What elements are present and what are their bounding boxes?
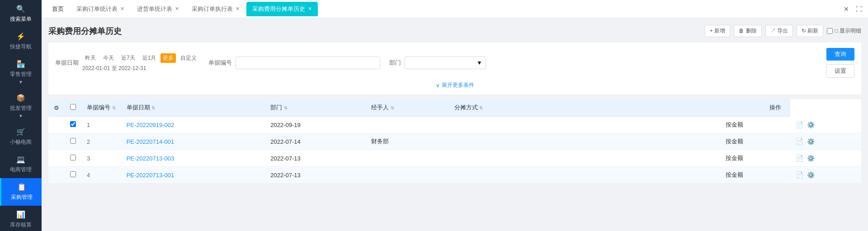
select-all-checkbox[interactable] <box>70 104 76 110</box>
sidebar-item-ecom[interactable]: 💻 电商管理 <box>0 151 42 178</box>
table-row: 1 PE-20220919-002 2022-09-19 按金额 📄 ⚙️ <box>48 117 861 133</box>
row-checkbox[interactable] <box>70 121 76 127</box>
row-number: 2 <box>81 133 121 150</box>
sidebar-item-ecom-small[interactable]: 🛒 小畅电商 <box>0 123 42 151</box>
view-icon[interactable]: 📄 <box>796 171 803 179</box>
tab-close-icon[interactable]: ✕ <box>308 6 312 12</box>
row-doc-no[interactable]: PE-20220713-001 <box>121 167 265 184</box>
row-checkbox-cell[interactable] <box>65 167 81 184</box>
tab-purchase-order-stats[interactable]: 采购订单统计表 ✕ <box>71 2 130 16</box>
sort-icon: ⇅ <box>284 105 288 110</box>
row-split-method: 按金额 <box>720 133 790 150</box>
sidebar-item-search[interactable]: 🔍 搜索菜单 <box>0 0 42 28</box>
chevron-down-icon: ▼ <box>19 80 23 85</box>
row-number: 4 <box>81 167 121 184</box>
page-header: 采购费用分摊单历史 + 新增 🗑 删除 ↗ 导出 ↻ 刷新 □ 显示明细 <box>48 25 861 37</box>
doc-no-link[interactable]: PE-20220713-003 <box>127 155 175 162</box>
lightning-icon: ⚡ <box>16 32 25 41</box>
sidebar-item-purchase[interactable]: 📋 采购管理 <box>0 178 42 206</box>
th-settings[interactable]: ⚙ <box>48 99 65 117</box>
doc-no-link[interactable]: PE-20220919-002 <box>127 122 175 128</box>
th-doc-date[interactable]: 单据日期 ⇅ <box>121 99 265 117</box>
th-dept[interactable]: 部门 ⇅ <box>265 99 366 117</box>
more-btn[interactable]: 更多 <box>160 53 176 63</box>
doc-no-link[interactable]: PE-20220714-001 <box>127 138 175 145</box>
row-actions: 📄 ⚙️ <box>790 133 861 150</box>
th-checkbox[interactable] <box>65 99 81 117</box>
search-row: 单据日期 昨天 今天 近7天 近1月 更多 自定义 2022-01-01 至 2… <box>55 48 854 78</box>
data-table: ⚙ 单据编号 ⇅ 单据日期 ⇅ 部门 ⇅ <box>48 99 861 184</box>
refresh-button[interactable]: ↻ 刷新 <box>797 25 823 37</box>
date-shortcuts: 昨天 今天 近7天 近1月 更多 自定义 2022-01-01 至 2022-1… <box>82 53 199 72</box>
row-actions: 📄 ⚙️ <box>790 167 861 184</box>
dept-select[interactable]: ▼ <box>405 57 486 69</box>
row-checkbox[interactable] <box>70 138 76 144</box>
doc-no-input[interactable] <box>236 57 380 69</box>
last1month-btn[interactable]: 近1月 <box>140 53 159 63</box>
sidebar-item-retail[interactable]: 🏪 零售管理 ▼ <box>0 55 42 89</box>
sidebar-item-wholesale[interactable]: 📦 批发管理 ▼ <box>0 89 42 123</box>
row-checkbox-cell[interactable] <box>65 117 81 133</box>
show-columns-checkbox[interactable]: □ 显示明细 <box>827 27 861 35</box>
th-split-method[interactable]: 分摊方式 ⇅ <box>449 99 720 117</box>
show-columns-input[interactable] <box>827 28 833 34</box>
view-icon[interactable]: 📄 <box>796 155 803 162</box>
edit-icon[interactable]: ⚙️ <box>807 121 815 128</box>
row-checkbox-cell[interactable] <box>65 150 81 167</box>
row-doc-no[interactable]: PE-20220713-003 <box>121 150 265 167</box>
row-doc-no[interactable]: PE-20220714-001 <box>121 133 265 150</box>
row-settings-cell <box>48 133 65 150</box>
edit-icon[interactable]: ⚙️ <box>807 138 815 145</box>
doc-no-link[interactable]: PE-20220713-001 <box>127 172 175 179</box>
expand-button[interactable]: ∨ 展开更多条件 <box>436 81 474 89</box>
today-btn[interactable]: 今天 <box>100 53 117 63</box>
query-button[interactable]: 查询 <box>826 48 854 61</box>
last7days-btn[interactable]: 近7天 <box>118 53 138 63</box>
view-icon[interactable]: 📄 <box>796 121 803 128</box>
tab-home[interactable]: 首页 <box>46 2 70 16</box>
sort-icon: ⇅ <box>391 105 394 110</box>
tab-purchase-cost-history[interactable]: 采购费用分摊单历史 ✕ <box>246 2 318 16</box>
chevron-down-icon: ▼ <box>19 113 23 118</box>
table-header-row: ⚙ 单据编号 ⇅ 单据日期 ⇅ 部门 ⇅ <box>48 99 861 117</box>
clipboard-icon: 📋 <box>17 183 26 191</box>
tab-inbound-stats[interactable]: 进货单统计表 ✕ <box>131 2 185 16</box>
add-button[interactable]: + 新增 <box>705 25 730 37</box>
delete-button[interactable]: 🗑 删除 <box>734 25 761 37</box>
row-split-method: 按金额 <box>720 150 790 167</box>
sidebar-item-quicknav[interactable]: ⚡ 快捷导航 <box>0 28 42 55</box>
edit-icon[interactable]: ⚙️ <box>807 171 815 179</box>
row-settings-cell <box>48 117 65 133</box>
setting-button[interactable]: 设置 <box>826 64 854 78</box>
date-label: 单据日期 <box>55 59 79 67</box>
row-checkbox-cell[interactable] <box>65 133 81 150</box>
sidebar-item-inventory[interactable]: 📊 库存核算 <box>0 206 42 231</box>
chevron-down-icon: ∨ <box>436 82 440 89</box>
data-table-wrapper: ⚙ 单据编号 ⇅ 单据日期 ⇅ 部门 ⇅ <box>48 99 861 184</box>
row-dept <box>366 167 449 184</box>
maximize-button[interactable]: ⛶ <box>854 5 863 14</box>
view-icon[interactable]: 📄 <box>796 138 803 145</box>
date-range-display: 2022-01-01 至 2022-12-31 <box>82 65 199 72</box>
sort-icon: ⇅ <box>479 105 483 110</box>
row-checkbox[interactable] <box>70 171 76 177</box>
row-settings-cell <box>48 150 65 167</box>
row-handler <box>449 167 720 184</box>
edit-icon[interactable]: ⚙️ <box>807 155 815 162</box>
page-title: 采购费用分摊单历史 <box>48 26 122 37</box>
export-button[interactable]: ↗ 导出 <box>765 25 793 37</box>
th-handler[interactable]: 经手人 ⇅ <box>366 99 449 117</box>
tab-close-icon[interactable]: ✕ <box>236 6 240 12</box>
row-checkbox[interactable] <box>70 155 76 160</box>
tab-close-icon[interactable]: ✕ <box>175 6 179 12</box>
th-doc-no[interactable]: 单据编号 ⇅ <box>81 99 121 117</box>
sidebar: 🔍 搜索菜单 ⚡ 快捷导航 🏪 零售管理 ▼ 📦 批发管理 ▼ 🛒 小畅电商 💻… <box>0 0 42 231</box>
tab-purchase-order-exec[interactable]: 采购订单执行表 ✕ <box>186 2 245 16</box>
custom-btn[interactable]: 自定义 <box>178 53 199 63</box>
row-dept <box>366 150 449 167</box>
close-tab-button[interactable]: ✕ <box>842 5 851 14</box>
yesterday-btn[interactable]: 昨天 <box>82 53 99 63</box>
tab-close-icon[interactable]: ✕ <box>120 6 124 12</box>
row-doc-date: 2022-07-13 <box>265 167 366 184</box>
row-doc-no[interactable]: PE-20220919-002 <box>121 117 265 133</box>
